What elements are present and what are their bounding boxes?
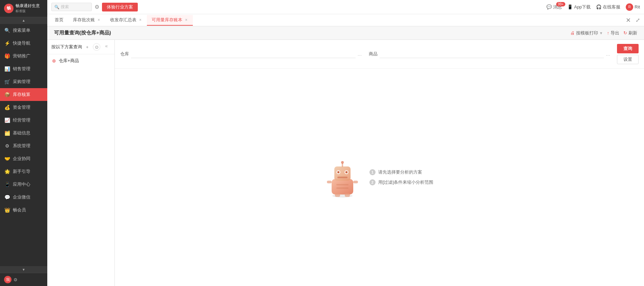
topbar-search[interactable]: 🔍 搜索 [51,3,92,11]
tab-available-stock[interactable]: 可用量库存账本 × [147,15,193,26]
app-name: 畅康通好生意 [16,3,40,9]
sidebar-icon-9: ⚙ [4,143,10,149]
message-button[interactable]: 💬 消息 99+ [546,4,562,10]
app-info: 畅康通好生意 标准版 [16,3,40,14]
sidebar-item-13[interactable]: 💬企业微信 [0,191,47,204]
message-icon: 💬 [546,4,552,9]
filter-header: 按以下方案查询 + ⊙ « [47,40,114,54]
sidebar-icon-10: 🤝 [4,156,10,161]
tab-summary[interactable]: 收发存汇总表 × [105,15,147,26]
sidebar-item-8[interactable]: 🗂️基础信息 [0,127,47,139]
print-icon: 🖨 [570,30,575,35]
sidebar-footer[interactable]: 我 ⚙ [0,273,47,286]
sidebar-item-12[interactable]: 📱应用中心 [0,178,47,191]
sidebar-item-0[interactable]: 🔍搜索菜单 [0,24,47,37]
product-more-icon[interactable]: … [606,52,610,57]
service-label: 在线客服 [603,4,620,10]
sidebar-item-14[interactable]: 👑畅会员 [0,204,47,216]
app-download-button[interactable]: 📱 App下载 [567,4,591,10]
filter-settings-icon[interactable]: ⊙ [93,43,100,51]
tab-summary-close[interactable]: × [138,18,142,22]
filter-item-label: 仓库+商品 [59,58,79,64]
empty-state: 1 请先选择要分析的方案 2 用[过滤]条件来缩小分析范围 [115,69,644,286]
svg-rect-14 [336,184,349,185]
tab-home-label: 首页 [55,17,63,23]
svg-rect-1 [332,179,353,194]
sidebar-label-12: 应用中心 [13,181,30,187]
sidebar-label-2: 营销推广 [13,53,30,59]
warehouse-input[interactable] [131,50,356,58]
sidebar-item-5[interactable]: 📦库存核算 [0,88,47,101]
filter-add-icon[interactable]: + [83,43,91,51]
window-close-button[interactable]: ✕ [624,17,633,24]
topbar-settings-icon[interactable]: ⚙ [95,4,99,10]
content-area: 按以下方案查询 + ⊙ « ⊕ 仓库+商品 仓库 … [47,40,644,286]
svg-rect-11 [353,181,358,183]
export-button[interactable]: ↑ 导出 [607,30,620,36]
sidebar-item-10[interactable]: 🤝企业协同 [0,152,47,165]
refresh-button[interactable]: ↻ 刷新 [623,30,637,36]
sidebar-scroll-down[interactable]: ▼ [0,266,47,273]
user-name: Rit [635,4,640,9]
sidebar-header: 畅 畅康通好生意 标准版 [0,0,47,17]
sidebar-label-11: 新手引导 [13,168,30,175]
sidebar-icon-2: 🎁 [4,53,10,59]
sidebar-label-7: 经营管理 [13,117,30,123]
sidebar-item-11[interactable]: 🌟新手引导 [0,165,47,178]
export-icon: ↑ [607,30,610,35]
sidebar-label-14: 畅会员 [13,207,26,213]
sidebar-icon-13: 💬 [4,194,10,200]
filter-collapse-icon[interactable]: « [102,43,110,51]
sidebar-item-2[interactable]: 🎁营销推广 [0,50,47,62]
sidebar-icon-3: 📊 [4,66,10,72]
step2-text: 用[过滤]条件来缩小分析范围 [378,179,433,185]
app-logo: 畅 [4,4,14,13]
settings-button[interactable]: 设置 [617,55,639,64]
product-input[interactable] [380,50,604,58]
sidebar-item-7[interactable]: 📈经营管理 [0,114,47,127]
sidebar-label-13: 企业微信 [13,194,30,200]
online-service-button[interactable]: 🎧 在线客服 [596,4,620,10]
topbar-right: 💬 消息 99+ 📱 App下载 🎧 在线客服 R Rit [546,3,640,11]
tab-batch-account[interactable]: 库存批次账 × [68,15,105,26]
svg-point-5 [337,171,339,173]
print-button[interactable]: 🖨 按模板打印 ▼ [570,30,603,36]
tabs-bar: 首页 库存批次账 × 收发存汇总表 × 可用量库存账本 × ✕ ⤢ [47,14,644,26]
print-label: 按模板打印 [576,30,598,36]
warehouse-label: 仓库 [120,51,129,57]
sidebar-label-4: 采购管理 [13,79,30,85]
user-menu[interactable]: R Rit [626,3,640,11]
sidebar-icon-8: 🗂️ [4,130,10,136]
refresh-icon: ↻ [623,30,627,35]
trial-button[interactable]: 体验行业方案 [102,3,138,11]
sidebar-icon-4: 🛒 [4,79,10,84]
sidebar-icon-7: 📈 [4,118,10,123]
sidebar-item-3[interactable]: 📊销售管理 [0,62,47,75]
filter-item-warehouse-product[interactable]: ⊕ 仓库+商品 [47,54,114,67]
app-edition: 标准版 [16,9,40,14]
sidebar-item-9[interactable]: ⚙系统管理 [0,139,47,152]
sidebar-item-1[interactable]: ⚡快捷导航 [0,37,47,50]
search-icon: 🔍 [54,5,59,9]
sidebar-item-4[interactable]: 🛒采购管理 [0,75,47,88]
empty-state-step2: 2 用[过滤]条件来缩小分析范围 [369,179,433,185]
sidebar-icon-12: 📱 [4,182,10,187]
svg-rect-2 [334,166,351,181]
sidebar-label-10: 企业协同 [13,156,30,162]
query-button[interactable]: 查询 [617,44,639,53]
warehouse-more-icon[interactable]: … [358,52,362,57]
topbar: 🔍 搜索 ⚙ 体验行业方案 💬 消息 99+ 📱 App下载 🎧 在线客服 R … [47,0,644,14]
step1-num: 1 [369,169,376,175]
tab-home[interactable]: 首页 [50,15,68,26]
sidebar-nav: 🔍搜索菜单⚡快捷导航🎁营销推广📊销售管理🛒采购管理📦库存核算💰资金管理📈经营管理… [0,24,47,266]
window-expand-button[interactable]: ⤢ [634,17,641,23]
sidebar-label-9: 系统管理 [13,143,30,149]
user-avatar: 我 [4,276,11,283]
sidebar-scroll-up[interactable]: ▲ [0,17,47,24]
message-badge: 99+ [556,2,565,6]
tab-summary-label: 收发存汇总表 [110,17,136,23]
sidebar-label-5: 库存核算 [13,92,30,98]
sidebar-item-6[interactable]: 💰资金管理 [0,101,47,114]
tab-available-stock-close[interactable]: × [184,18,188,22]
tab-batch-account-close[interactable]: × [97,18,101,22]
